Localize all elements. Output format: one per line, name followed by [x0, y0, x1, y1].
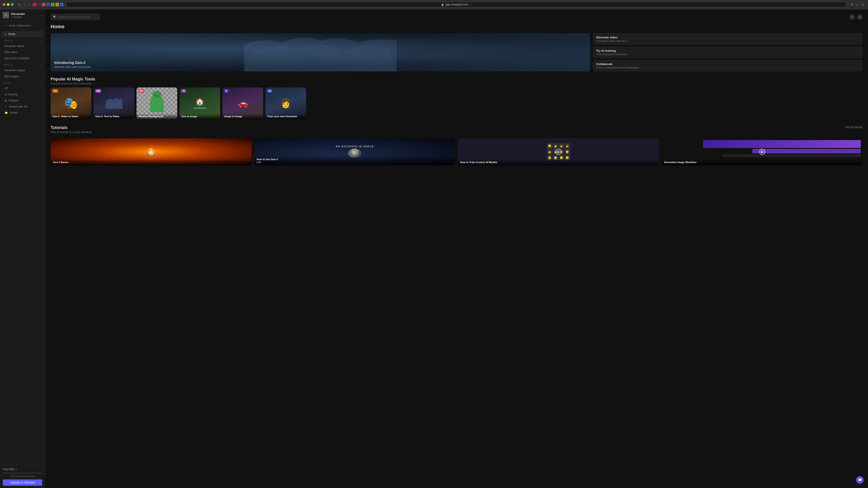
hero-cloud-svg: [51, 33, 590, 71]
close-window-button[interactable]: [3, 3, 5, 6]
face-cell: 👧: [565, 143, 570, 149]
user-avatar[interactable]: A: [857, 14, 863, 20]
tutorial-card-gen1-basics[interactable]: 🙏 ▶ Gen-1 Basics: [51, 138, 252, 165]
play-button-gen1[interactable]: ▶: [148, 149, 154, 155]
tool-badge-rb: RB: [138, 89, 144, 93]
top-bar: 🔍 Search assets and projects ? A: [51, 14, 863, 20]
tutorial-label-gen1: Gen-1 Basics: [51, 159, 252, 165]
hero-card-ai-training[interactable]: Try AI training 1 free training on paid …: [593, 46, 863, 58]
tool-card-text-to-image[interactable]: 🏠 architectural TI Text to Image: [180, 88, 220, 119]
plus-icon: +: [5, 24, 6, 27]
tool-label-ti: Text to Image: [180, 113, 220, 119]
tool-card-train-generator[interactable]: 👩 AI Train your own Generator: [266, 88, 306, 119]
sidebar: A Alexander 1 member ⌄ + + Invite Collab…: [0, 9, 45, 488]
tools-section-header: Popular AI Magic Tools Favorite tools fr…: [51, 77, 863, 85]
browser-chrome: ⊟ ‹ › 🔒 app.runwayml.com ↻ ⬆ + ⊡: [0, 0, 868, 9]
tutorial-card-how-to-use-gen2[interactable]: AN ASTEROID IN SPACE ▶ How to Use Gen-2 …: [254, 138, 455, 165]
hero-card-title: Try AI training: [596, 49, 859, 53]
more-section-label: MORE ∧: [0, 79, 45, 85]
hero-card-collaborate[interactable]: Collaborate Invite a collaborator to you…: [593, 60, 863, 71]
hero-main-banner[interactable]: Introducing Gen-2 Generate video with te…: [51, 33, 590, 71]
invite-collaborators-button[interactable]: + + Invite Collaborators: [3, 23, 42, 28]
tutorials-header: Tutorials How to include AI in your work…: [51, 125, 863, 136]
tool-badge-g2: G2: [95, 89, 101, 93]
sidebar-item-home[interactable]: ⌂ Home: [1, 31, 43, 37]
sidebar-item-edit-videos[interactable]: Edit videos: [1, 49, 43, 55]
videos-section-label: VIDEOS ∧: [0, 37, 45, 43]
hero-card-title: Collaborate: [596, 62, 859, 66]
face-cell: 👨: [547, 149, 553, 155]
face-cell: 😐: [547, 143, 553, 149]
sidebar-item-edit-images[interactable]: Edit images: [1, 73, 43, 79]
more-chevron-icon: ∧: [40, 82, 42, 84]
hero-card-subtitle: 1 free training on paid plans.: [596, 53, 859, 56]
tool-label-gen1: Gen-1: Video to Video: [51, 113, 91, 119]
upgrade-button[interactable]: Upgrade to Standard: [3, 480, 42, 486]
back-button[interactable]: ‹: [23, 2, 26, 7]
tutorial-label-ai-models: How to Train Custom AI Models: [458, 159, 659, 165]
face-cell: 🧑: [553, 143, 558, 149]
sidebar-toggle-button[interactable]: ⊟: [17, 2, 22, 7]
tool-label-gen2: Gen-2: Text to Video: [94, 113, 134, 119]
sidebar-item-generate-videos[interactable]: Generate videos: [1, 43, 43, 49]
tutorials-section-subtitle: How to include AI in your workflow: [51, 131, 92, 134]
search-bar[interactable]: 🔍 Search assets and projects: [51, 14, 100, 20]
tutorial-card-generative-image-workflow[interactable]: ▶ Generative Image Workflow: [662, 138, 863, 165]
top-right-icons: ? A: [849, 14, 863, 20]
tabs-button[interactable]: ⊡: [861, 2, 865, 7]
tutorial-card-train-custom-ai[interactable]: 😐 🧑 👦 👧 👨 👩 🧔 👴 👵 🧓 😶 🙂: [458, 138, 659, 165]
sidebar-footer: Free Plan ℹ 0 of 3 Projects Created Upgr…: [0, 465, 45, 488]
minimize-window-button[interactable]: [7, 3, 9, 6]
workspace-info: Alexander 1 member: [11, 12, 38, 18]
tool-card-gen1[interactable]: 🎭 G1 Gen-1: Video to Video: [51, 88, 91, 119]
sidebar-item-projects[interactable]: ⊞ Projects: [1, 98, 43, 103]
new-tab-button[interactable]: +: [856, 2, 860, 7]
hero-card-title: Generate video: [596, 36, 859, 39]
browser-navigation: ⊟ ‹ ›: [17, 2, 30, 7]
progress-dot: [3, 472, 4, 474]
hero-card-generate-video[interactable]: Generate video Generate a video with Gen…: [593, 33, 863, 45]
play-button-gen-img[interactable]: ▶: [759, 149, 765, 155]
search-icon: 🔍: [53, 15, 57, 19]
chat-help-button[interactable]: 💬: [856, 476, 864, 484]
tool-card-gen2[interactable]: G2 Gen-2: Text to Video: [94, 88, 134, 119]
view-all-tutorials-link[interactable]: view all tutorials: [845, 125, 863, 128]
tool-card-image-to-image[interactable]: 🚗 II Image to Image: [222, 88, 263, 119]
sidebar-item-3d[interactable]: 3D: [1, 86, 43, 91]
browser-actions: ⬆ + ⊡: [850, 2, 865, 7]
app-container: A Alexander 1 member ⌄ + + Invite Collab…: [0, 9, 868, 488]
sidebar-item-edit-audio[interactable]: Edit audio & subtitles: [1, 55, 43, 61]
face-cell: 👴: [565, 149, 570, 155]
tool-card-remove-bg[interactable]: RB Remove Background: [136, 88, 177, 119]
face-cell: 👦: [559, 143, 564, 149]
images-section-label: IMAGES ∧: [0, 61, 45, 67]
play-button-ai-models[interactable]: ▶: [555, 149, 562, 155]
info-icon[interactable]: ℹ: [16, 468, 17, 471]
page-title: Home: [51, 24, 863, 30]
address-bar[interactable]: 🔒 app.runwayml.com ↻: [66, 2, 846, 7]
workspace-members: 1 member: [11, 15, 38, 18]
tool-label-train: Train your own Generator: [266, 113, 306, 119]
share-button[interactable]: ⬆: [850, 2, 855, 7]
shared-icon: ↗: [4, 105, 7, 108]
progress-bar: [3, 473, 42, 474]
play-button-gen2[interactable]: ▶: [352, 149, 358, 155]
tool-badge-g1: G1: [53, 89, 58, 93]
workspace-chevron-icon: ⌄: [40, 14, 42, 17]
hero-subtitle: Generate video with text prompts.: [54, 66, 91, 68]
sidebar-item-generate-images[interactable]: Generate images: [1, 67, 43, 73]
hero-section: Introducing Gen-2 Generate video with te…: [51, 33, 863, 71]
tool-badge-ai: AI: [267, 89, 272, 93]
hero-card-subtitle: Invite a collaborator to your workspace.: [596, 66, 859, 69]
sidebar-item-shared[interactable]: ↗ Shared with me: [1, 104, 43, 109]
gen2-cloud-visual: [105, 96, 123, 110]
tutorials-section-title: Tutorials: [51, 125, 92, 130]
workspace-header[interactable]: A Alexander 1 member ⌄: [0, 9, 45, 21]
sidebar-item-assets[interactable]: 📁 Assets: [1, 110, 43, 116]
help-icon[interactable]: ?: [849, 14, 855, 20]
forward-button[interactable]: ›: [27, 2, 30, 7]
maximize-window-button[interactable]: [11, 3, 13, 6]
tool-badge-ti: TI: [181, 89, 186, 93]
sidebar-item-ai-training[interactable]: AI Training: [1, 92, 43, 97]
tools-grid: 🎭 G1 Gen-1: Video to Video G2 Gen-2: Tex…: [51, 88, 863, 119]
